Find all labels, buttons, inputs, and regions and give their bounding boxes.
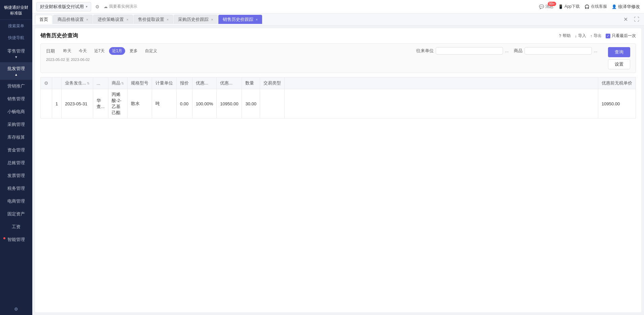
sidebar-item-label: 电商管理 [7,198,25,204]
user-profile-button[interactable]: 👤 徐泽华修改 [612,4,640,10]
tab-purchase-history[interactable]: 采购历史价跟踪 × [174,15,217,24]
product-more[interactable]: ... [594,48,597,53]
close-icon[interactable]: × [167,18,169,22]
date-btn-yesterday[interactable]: 昨天 [60,47,74,55]
sidebar-settings-button[interactable]: ⚙ [0,303,32,315]
date-btn-more[interactable]: 更多 [127,47,141,55]
date-btn-custom[interactable]: 自定义 [142,47,160,55]
cell-quantity: 30.00 [242,89,260,118]
col-biz-date[interactable]: 业务发生...⇅ [62,77,93,89]
export-link[interactable]: ↑ 导出 [590,33,602,39]
close-icon[interactable]: × [86,18,88,22]
tab-label: 首页 [39,16,48,23]
col-more[interactable]: ... [93,77,108,89]
col-transaction-type[interactable]: 交易类型 [260,77,285,89]
tab-product-price[interactable]: 商品价格设置 × [53,15,93,24]
sidebar-item-label: 零售管理 [7,48,25,54]
sidebar-item-tax[interactable]: 税务管理 [0,182,32,195]
sidebar: 畅捷通好业财 标准版 搜索菜单 快捷导航 零售管理 ▼ 批发管理 ▲ 营销推广 … [0,0,32,315]
main-area: 好业财标准版交付试用 ▾ ⚙ ☁ 我要看实例演示 💬 消息 99+ 📱 App下… [32,0,644,315]
close-icon[interactable]: × [126,18,128,22]
sidebar-logo: 畅捷通好业财 标准版 [0,0,32,20]
date-options: 昨天 今天 近7天 近1月 更多 自定义 [60,47,160,55]
sidebar-item-wholesale[interactable]: 批发管理 ▲ [0,62,32,80]
cell-discount-pct: 100.00% [192,89,216,118]
support-label: 在线客服 [591,4,607,9]
date-btn-today[interactable]: 今天 [76,47,90,55]
date-range-display: 2023-05-02 至 2023-06-02 [46,57,411,62]
maximize-tab-button[interactable]: ⛶ [632,16,641,23]
col-product[interactable]: 商品⇅ [108,77,127,89]
topbar: 好业财标准版交付试用 ▾ ⚙ ☁ 我要看实例演示 💬 消息 99+ 📱 App下… [32,0,644,13]
source-unit-input[interactable] [436,47,503,55]
module-settings-icon[interactable]: ⚙ [94,3,101,11]
settings-button[interactable]: 设置 [608,59,630,69]
col-discount-pct[interactable]: 优惠... [192,77,216,89]
import-link[interactable]: ↓ 导入 [575,33,586,39]
only-last-checkbox[interactable]: ✓ 只看最后一次 [606,33,636,39]
col-unit[interactable]: 计量单位 [152,77,176,89]
tab-pricing-strategy[interactable]: 进价策略设置 × [93,15,133,24]
sidebar-item-general-ledger[interactable]: 总账管理 [0,156,32,169]
sidebar-item-ecommerce[interactable]: 电商管理 [0,195,32,208]
col-quoted-price[interactable]: 报价 [176,77,192,89]
data-table: ⚙ 业务发生...⇅ ... 商品⇅ 规格型号 [40,77,636,118]
date-btn-last1month[interactable]: 近1月 [109,47,126,55]
sidebar-item-invoice[interactable]: 发票管理 [0,169,32,182]
settings-icon[interactable]: ⚙ [44,80,48,86]
sidebar-quick-nav[interactable]: 快捷导航 [0,32,32,43]
cell-num: 1 [52,89,62,118]
sidebar-item-marketing[interactable]: 营销推广 [0,80,32,93]
tab-home[interactable]: 首页 [35,15,52,24]
close-tab-button[interactable]: ✕ [621,15,630,23]
help-link[interactable]: ? 帮助 [559,33,571,39]
sidebar-item-sales[interactable]: 销售管理 [0,93,32,105]
module-selector[interactable]: 好业财标准版交付试用 ▾ [36,2,91,11]
message-icon: 💬 [539,4,544,9]
cell-discount-price: 10950.00 [217,89,242,118]
topbar-left: 好业财标准版交付试用 ▾ ⚙ ☁ 我要看实例演示 [36,2,539,11]
col-pretax-unit-price[interactable]: 优惠前无税单价 [598,77,636,89]
close-icon[interactable]: × [211,18,213,22]
col-spec[interactable]: 规格型号 [127,77,152,89]
tab-label: 进价策略设置 [98,16,124,23]
query-button[interactable]: 查询 [608,47,630,57]
close-icon[interactable]: × [256,18,258,22]
sidebar-item-fixed-assets[interactable]: 固定资产 [0,208,32,220]
tab-sale-price-extract[interactable]: 售价提取设置 × [134,15,173,24]
sidebar-item-label: 库存核算 [7,134,25,140]
sidebar-search[interactable]: 搜索菜单 [0,20,32,32]
app-download-icon: 📱 [558,4,563,9]
col-quantity[interactable]: 数量 [242,77,260,89]
demo-link[interactable]: ☁ 我要看实例演示 [104,4,137,9]
filter-row-date: 日期 昨天 今天 近7天 近1月 更多 自定义 [46,47,411,55]
sidebar-item-label: 销售管理 [7,96,25,102]
sidebar-item-inventory[interactable]: 库存核算 [0,131,32,144]
support-button[interactable]: 🎧 在线客服 [584,4,607,9]
tab-sales-history[interactable]: 销售历史价跟踪 × [218,15,262,24]
sidebar-item-label: 营销推广 [7,83,25,89]
sidebar-item-payroll[interactable]: 工资 [0,220,32,233]
sidebar-item-purchase[interactable]: 采购管理 [0,118,32,131]
help-icon: ? [559,34,561,38]
col-spacer [285,77,598,89]
product-input[interactable] [525,47,592,55]
app-download-label: App下载 [565,4,580,9]
cell-product: 丙烯酸-2-乙基己酯 [108,89,127,118]
col-discount-price[interactable]: 优惠... [217,77,242,89]
source-unit-more[interactable]: ... [505,48,508,53]
cell-unit: 吨 [152,89,176,118]
date-range-text: 2023-05-02 至 2023-06-02 [46,58,90,62]
message-button[interactable]: 💬 消息 99+ [539,4,553,9]
filter-buttons: 查询 设置 [608,47,630,69]
sidebar-item-capital[interactable]: 资金管理 [0,144,32,156]
date-btn-last7[interactable]: 近7天 [91,47,108,55]
app-download-button[interactable]: 📱 App下载 [558,4,580,9]
support-icon: 🎧 [584,4,589,9]
sidebar-item-smart-mgmt[interactable]: 智能管理 [0,233,32,246]
export-icon: ↑ [590,34,592,38]
sidebar-item-retail[interactable]: 零售管理 ▼ [0,45,32,62]
sidebar-logo-text: 畅捷通好业财 标准版 [3,5,30,16]
chevron-down-icon: ▼ [14,55,18,59]
sidebar-item-ecommerce-small[interactable]: 小畅电商 [0,105,32,118]
